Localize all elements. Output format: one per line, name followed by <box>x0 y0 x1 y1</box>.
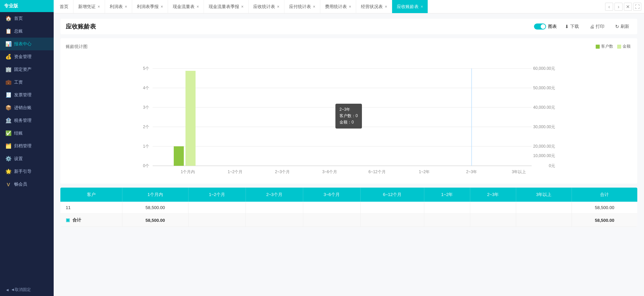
col-header-y3plus: 3年以上 <box>516 188 572 202</box>
sidebar-item-label: 进销台账 <box>14 105 32 111</box>
svg-text:0元: 0元 <box>549 163 555 168</box>
tab-close-cashflow[interactable]: × <box>197 4 199 9</box>
sidebar-item-settlement[interactable]: ✅ 结账 <box>0 127 54 140</box>
tab-next-button[interactable]: › <box>614 3 623 11</box>
sidebar-item-report-center[interactable]: 📊 报表中心 <box>0 38 54 50</box>
tab-close-receivable[interactable]: × <box>277 4 279 9</box>
chart-toggle[interactable]: 图表 <box>534 23 557 30</box>
sidebar-item-purchase-sales[interactable]: 📦 进销台账 <box>0 101 54 114</box>
tab-operation-status[interactable]: 经营状况表 × <box>356 0 392 13</box>
tab-new-voucher[interactable]: 新增凭证 × <box>73 0 105 13</box>
cell-customer: 11 <box>60 202 122 214</box>
col-header-m612: 6~12个月 <box>360 188 424 202</box>
unpin-icon: ◄ <box>5 288 9 292</box>
tab-close-cashflow-quarterly[interactable]: × <box>241 4 244 9</box>
sidebar-item-invoice[interactable]: 🧾 发票管理 <box>0 89 54 101</box>
salary-icon: 💼 <box>5 79 11 85</box>
report-icon: 📊 <box>5 41 11 47</box>
svg-text:2~3个月: 2~3个月 <box>275 169 290 174</box>
legend-customers-label: 客户数 <box>601 44 613 49</box>
toggle-track[interactable] <box>534 23 546 30</box>
tab-prev-button[interactable]: ‹ <box>605 3 613 11</box>
total-label: ▣ 合计 <box>60 214 122 227</box>
sidebar-item-fund-management[interactable]: 💰 资金管理 <box>0 50 54 63</box>
tab-home[interactable]: 首页 <box>55 0 73 13</box>
svg-text:40,000.00元: 40,000.00元 <box>533 105 555 110</box>
sidebar-item-settings[interactable]: ⚙️ 设置 <box>0 152 54 165</box>
print-button[interactable]: 🖨 打印 <box>587 22 607 31</box>
total-m23 <box>246 214 303 227</box>
total-m36 <box>303 214 360 227</box>
sidebar-item-label: 设置 <box>14 156 23 162</box>
chart-svg-wrapper: 5个 4个 3个 2个 1个 0个 60,000.00元 50,000.00元 … <box>66 53 632 178</box>
total-y12 <box>424 214 470 227</box>
chart-title: 账龄统计图 <box>66 44 632 50</box>
cell-m1: 58,500.00 <box>122 202 188 214</box>
sidebar-item-general-ledger[interactable]: 📋 总账 <box>0 25 54 38</box>
purchase-icon: 📦 <box>5 105 11 111</box>
tab-close-expense[interactable]: × <box>349 4 351 9</box>
sidebar-item-archive[interactable]: 🗂️ 归档管理 <box>0 140 54 152</box>
tab-receivable-stats[interactable]: 应收统计表 × <box>249 0 284 13</box>
svg-text:3~6个月: 3~6个月 <box>322 169 337 174</box>
main-content: 首页 新增凭证 × 利润表 × 利润表季报 × 现金流量表 × 现金流量表季报 … <box>54 0 644 296</box>
app-logo: 专业版 <box>0 0 54 12</box>
sidebar-item-label: 税务管理 <box>14 117 32 124</box>
svg-text:30,000.00元: 30,000.00元 <box>533 125 555 129</box>
refresh-icon: ↻ <box>615 24 619 29</box>
tab-ar-aging[interactable]: 应收账龄表 × <box>392 0 428 13</box>
settlement-icon: ✅ <box>5 130 11 136</box>
tab-close-profit-quarterly[interactable]: × <box>161 4 163 9</box>
tab-profit[interactable]: 利润表 × <box>105 0 132 13</box>
sidebar-item-fixed-assets[interactable]: 🏢 固定资产 <box>0 63 54 76</box>
tax-icon: 🏦 <box>5 117 11 124</box>
total-m12 <box>188 214 246 227</box>
tab-profit-quarterly[interactable]: 利润表季报 × <box>132 0 168 13</box>
sidebar-item-salary[interactable]: 💼 工资 <box>0 76 54 89</box>
col-header-m1: 1个月内 <box>122 188 188 202</box>
sidebar-item-tax[interactable]: 🏦 税务管理 <box>0 114 54 127</box>
tab-fullscreen-button[interactable]: ⛶ <box>633 3 641 11</box>
tab-close-all-button[interactable]: ✕ <box>624 3 632 11</box>
page-content: 应收账龄表 图表 ⬇ 下载 🖨 打印 ↻ 刷新 <box>54 13 644 296</box>
cell-m12 <box>188 202 246 214</box>
tab-close-operation[interactable]: × <box>385 4 387 9</box>
svg-text:2~3年: 2~3年 <box>466 169 477 174</box>
tab-cashflow-quarterly[interactable]: 现金流量表季报 × <box>204 0 249 13</box>
svg-text:1个: 1个 <box>143 144 149 149</box>
tab-close-profit[interactable]: × <box>125 4 127 9</box>
total-grand: 58,500.00 <box>572 214 637 227</box>
sidebar-item-label: 结账 <box>14 130 23 136</box>
svg-text:60,000.00元: 60,000.00元 <box>533 66 555 71</box>
chart-legend: 客户数 金额 <box>596 44 631 49</box>
tab-close-payable[interactable]: × <box>313 4 315 9</box>
svg-text:1~2个月: 1~2个月 <box>228 169 243 174</box>
sidebar-item-label: 总账 <box>14 28 23 34</box>
col-header-customer: 客户 <box>60 188 122 202</box>
bar-customers-0 <box>174 146 184 166</box>
data-table: 客户 1个月内 1~2个月 2~3个月 3~6个月 6~12个月 1~2年 2~… <box>60 188 637 227</box>
tab-payable-stats[interactable]: 应付统计表 × <box>284 0 320 13</box>
svg-text:6~12个月: 6~12个月 <box>368 169 385 174</box>
cell-y12 <box>424 202 470 214</box>
col-header-m12: 1~2个月 <box>188 188 246 202</box>
sidebar-item-vip[interactable]: V 畅会员 <box>0 178 54 191</box>
unpin-button[interactable]: ◄ ◄取消固定 <box>0 284 54 296</box>
col-header-y12: 1~2年 <box>424 188 470 202</box>
tab-close-ar-aging[interactable]: × <box>421 4 423 9</box>
sidebar-item-home[interactable]: 🏠 首页 <box>0 12 54 25</box>
table-row: 11 58,500.00 58,500.00 <box>60 202 637 214</box>
sidebar: 专业版 🏠 首页 📋 总账 📊 报表中心 💰 资金管理 🏢 固定资产 💼 工资 … <box>0 0 54 296</box>
invoice-icon: 🧾 <box>5 92 11 98</box>
sidebar-item-label: 工资 <box>14 79 23 85</box>
svg-text:20,000.00元: 20,000.00元 <box>533 144 555 149</box>
sidebar-item-guide[interactable]: 🌟 新手引导 <box>0 165 54 178</box>
sidebar-item-label: 新手引导 <box>14 168 32 175</box>
refresh-button[interactable]: ↻ 刷新 <box>612 22 632 31</box>
tab-expense-stats[interactable]: 费用统计表 × <box>320 0 356 13</box>
tab-close-new-voucher[interactable]: × <box>98 4 100 9</box>
tab-cashflow[interactable]: 现金流量表 × <box>168 0 204 13</box>
sidebar-item-label: 报表中心 <box>14 41 32 47</box>
download-button[interactable]: ⬇ 下载 <box>562 22 582 31</box>
tab-navigation: ‹ › ✕ ⛶ <box>605 3 643 11</box>
